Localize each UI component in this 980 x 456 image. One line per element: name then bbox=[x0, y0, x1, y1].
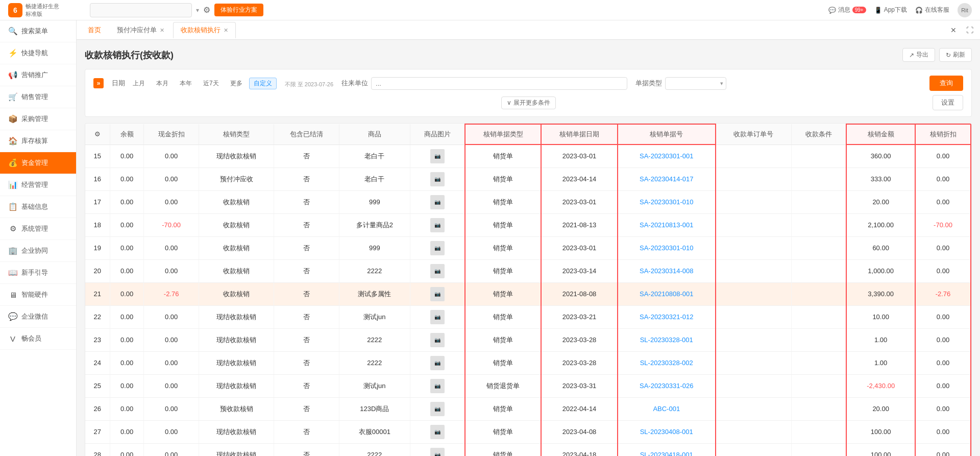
tab-receipt-verify[interactable]: 收款核销执行 ✕ bbox=[173, 22, 236, 38]
date-this-year-btn[interactable]: 本年 bbox=[175, 78, 197, 89]
cell-cashDiscount: 0.00 bbox=[144, 443, 199, 456]
query-btn[interactable]: 查询 bbox=[929, 76, 963, 91]
cell-verifyType: 现结收款核销 bbox=[199, 145, 274, 167]
sidebar-item-enterprise[interactable]: 🏢 企业协同 bbox=[0, 240, 76, 262]
tab-receipt-verify-close[interactable]: ✕ bbox=[224, 27, 228, 34]
message-btn[interactable]: 💬 消息 99+ bbox=[828, 6, 866, 14]
cell-balance: 0.00 bbox=[110, 443, 144, 456]
cell-verifyAmount: 1.00 bbox=[846, 351, 915, 374]
app-download-btn[interactable]: 📱 App下载 bbox=[874, 6, 907, 14]
sidebar-item-purchase[interactable]: 📦 采购管理 bbox=[0, 108, 76, 130]
cell-receiptCondition bbox=[791, 420, 846, 443]
cell-voucherNo[interactable]: SA-20230414-017 bbox=[618, 167, 716, 190]
page-header: 收款核销执行(按收款) ↗ 导出 ↻ 刷新 bbox=[85, 48, 972, 62]
industry-btn[interactable]: 体验行业方案 bbox=[214, 4, 263, 16]
online-service-btn[interactable]: 🎧 在线客服 bbox=[915, 6, 949, 14]
tab-close-btn[interactable]: ✕ bbox=[947, 24, 960, 36]
cell-receiptCondition bbox=[791, 351, 846, 374]
sidebar-item-search-menu[interactable]: 🔍 搜索菜单 bbox=[0, 20, 76, 42]
cell-verifyAmount: 10.00 bbox=[846, 305, 915, 328]
cell-goodsImage: 📷 bbox=[410, 236, 465, 259]
table-row: 250.000.00现结收款核销否测试jun📷销货退货单2023-03-31SA… bbox=[85, 374, 971, 397]
cell-verifyAmount: 60.00 bbox=[846, 236, 915, 259]
col-header-seq: ⚙ bbox=[85, 124, 110, 145]
tab-expand-btn[interactable]: ⛶ bbox=[964, 24, 976, 36]
sidebar-item-finance[interactable]: 💰 资金管理 bbox=[0, 152, 76, 174]
sidebar-item-quick-nav[interactable]: ⚡ 快捷导航 bbox=[0, 42, 76, 64]
quick-nav-icon: ⚡ bbox=[8, 49, 17, 58]
cell-goods: 老白干 bbox=[339, 167, 410, 190]
cell-voucherDate: 2023-03-28 bbox=[541, 351, 617, 374]
sidebar-item-marketing[interactable]: 📢 营销推广 bbox=[0, 64, 76, 86]
col-header-receipt-order: 收款单订单号 bbox=[716, 124, 791, 145]
cell-voucherNo[interactable]: SL-20230408-001 bbox=[618, 420, 716, 443]
cell-goods: 2222 bbox=[339, 328, 410, 351]
cell-voucherNo[interactable]: SA-20210813-001 bbox=[618, 213, 716, 236]
sidebar-item-inventory[interactable]: 🏠 库存核算 bbox=[0, 130, 76, 152]
cell-voucherNo[interactable]: SA-20230331-026 bbox=[618, 374, 716, 397]
cell-receiptOrderNo bbox=[716, 213, 791, 236]
cell-voucherNo[interactable]: SA-20230314-008 bbox=[618, 259, 716, 282]
cell-seq: 19 bbox=[85, 236, 110, 259]
cell-voucherNo[interactable]: SA-20210808-001 bbox=[618, 282, 716, 305]
cell-verifyAmount: 100.00 bbox=[846, 420, 915, 443]
cell-voucherDate: 2023-04-14 bbox=[541, 167, 617, 190]
date-custom-btn[interactable]: 自定义 bbox=[249, 78, 277, 89]
cell-voucherNo[interactable]: SA-20230301-001 bbox=[618, 145, 716, 167]
gear-icon[interactable]: ⚙ bbox=[203, 5, 210, 15]
expand-more-btn[interactable]: ∨ 展开更多条件 bbox=[501, 97, 556, 109]
sidebar-item-smart-hw[interactable]: 🖥 智能硬件 bbox=[0, 284, 76, 306]
sidebar-item-wechat[interactable]: 💬 企业微信 bbox=[0, 306, 76, 328]
date-more-btn[interactable]: 更多 bbox=[226, 78, 247, 89]
partner-input[interactable] bbox=[371, 77, 627, 90]
wechat-icon: 💬 bbox=[8, 312, 17, 321]
sidebar-item-system[interactable]: ⚙ 系统管理 bbox=[0, 218, 76, 240]
settings-btn[interactable]: 设置 bbox=[933, 95, 963, 110]
tab-prepay-close[interactable]: ✕ bbox=[160, 27, 164, 34]
cell-voucherNo[interactable]: SA-20230301-010 bbox=[618, 190, 716, 213]
finance-icon: 💰 bbox=[8, 158, 17, 167]
cell-seq: 24 bbox=[85, 351, 110, 374]
header-actions: ↗ 导出 ↻ 刷新 bbox=[902, 48, 972, 62]
tab-prepay[interactable]: 预付冲应付单 ✕ bbox=[109, 22, 172, 38]
top-search-input[interactable] bbox=[90, 3, 192, 17]
cell-verifyType: 收款核销 bbox=[199, 282, 274, 305]
export-btn[interactable]: ↗ 导出 bbox=[902, 48, 935, 62]
cell-voucherType: 销货单 bbox=[465, 420, 541, 443]
top-search-area: ▾ ⚙ 体验行业方案 bbox=[90, 3, 823, 17]
filter-expand-arrow[interactable]: » bbox=[93, 78, 104, 88]
sidebar-item-operations[interactable]: 📊 经营管理 bbox=[0, 174, 76, 196]
cell-voucherNo[interactable]: SL-20230328-001 bbox=[618, 328, 716, 351]
cell-goods: 多计量商品2 bbox=[339, 213, 410, 236]
cell-voucherNo[interactable]: SL-20230328-002 bbox=[618, 351, 716, 374]
cell-verifyType: 现结收款核销 bbox=[199, 374, 274, 397]
sidebar-item-guide[interactable]: 📖 新手引导 bbox=[0, 262, 76, 284]
cell-voucherNo[interactable]: ABC-001 bbox=[618, 397, 716, 420]
cell-goods: 老白干 bbox=[339, 145, 410, 167]
tab-bar-controls: ✕ ⛶ bbox=[947, 24, 976, 36]
cell-receiptOrderNo bbox=[716, 328, 791, 351]
cell-goodsImage: 📷 bbox=[410, 305, 465, 328]
voucher-type-select[interactable] bbox=[665, 77, 726, 90]
tab-home[interactable]: 首页 bbox=[81, 26, 108, 35]
table-row: 200.000.00收款核销否2222📷销货单2023-03-14SA-2023… bbox=[85, 259, 971, 282]
date-last-month-btn[interactable]: 上月 bbox=[128, 78, 150, 89]
export-icon: ↗ bbox=[909, 52, 914, 59]
sidebar-item-member[interactable]: V 畅会员 bbox=[0, 328, 76, 350]
cell-verifyDiscount: 0.00 bbox=[915, 397, 971, 420]
date-7days-btn[interactable]: 近7天 bbox=[199, 78, 224, 89]
cell-voucherNo[interactable]: SA-20230321-012 bbox=[618, 305, 716, 328]
sidebar-label: 企业微信 bbox=[21, 312, 48, 321]
refresh-btn[interactable]: ↻ 刷新 bbox=[939, 48, 972, 62]
sidebar-item-basic-info[interactable]: 📋 基础信息 bbox=[0, 196, 76, 218]
cell-voucherType: 销货单 bbox=[465, 190, 541, 213]
cell-voucherNo[interactable]: SL-20230418-001 bbox=[618, 443, 716, 456]
cell-voucherDate: 2023-03-01 bbox=[541, 236, 617, 259]
message-icon: 💬 bbox=[828, 7, 836, 14]
date-this-month-btn[interactable]: 本月 bbox=[152, 78, 173, 89]
cell-voucherNo[interactable]: SA-20230301-010 bbox=[618, 236, 716, 259]
cell-goodsImage: 📷 bbox=[410, 190, 465, 213]
cell-seq: 28 bbox=[85, 443, 110, 456]
sidebar-item-sales[interactable]: 🛒 销售管理 bbox=[0, 86, 76, 108]
user-avatar[interactable]: Rit bbox=[958, 3, 972, 17]
